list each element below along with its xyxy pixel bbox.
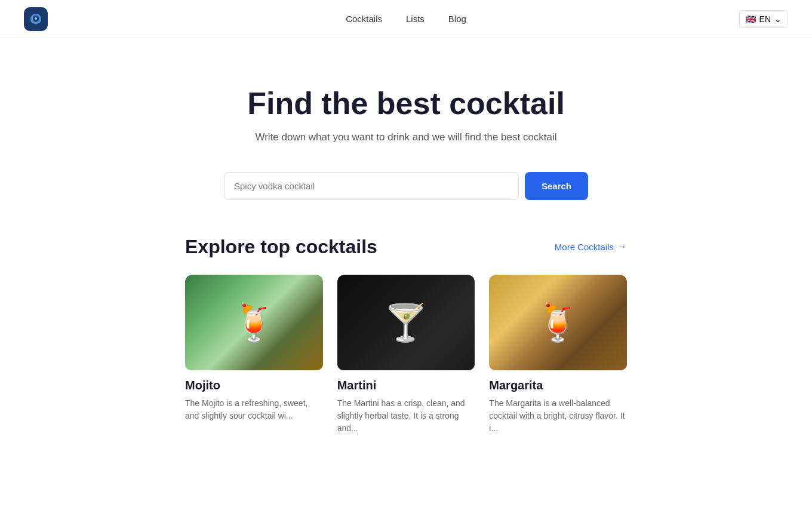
- nav-blog[interactable]: Blog: [448, 14, 466, 24]
- search-input[interactable]: [224, 172, 519, 200]
- card-mojito[interactable]: Mojito The Mojito is a refreshing, sweet…: [185, 275, 323, 435]
- chevron-icon: ⌄: [774, 14, 782, 24]
- nav-links: Cocktails Lists Blog: [346, 14, 466, 24]
- logo[interactable]: [24, 7, 48, 31]
- svg-point-0: [35, 17, 37, 20]
- margarita-description: The Margarita is a well-balanced cocktai…: [489, 397, 627, 435]
- cards-grid: Mojito The Mojito is a refreshing, sweet…: [185, 275, 627, 435]
- more-cocktails-label: More Cocktails: [555, 242, 614, 252]
- nav-cocktails[interactable]: Cocktails: [346, 14, 382, 24]
- mojito-image: [185, 275, 323, 370]
- hero-title: Find the best cocktail: [247, 86, 565, 122]
- nav-lists[interactable]: Lists: [406, 14, 425, 24]
- search-row: Search: [224, 172, 588, 200]
- section-header: Explore top cocktails More Cocktails: [185, 236, 627, 258]
- margarita-name: Margarita: [489, 379, 627, 392]
- lang-label: EN: [759, 14, 771, 24]
- martini-description: The Martini has a crisp, clean, and slig…: [337, 397, 475, 435]
- mojito-name: Mojito: [185, 379, 323, 392]
- card-margarita[interactable]: Margarita The Margarita is a well-balanc…: [489, 275, 627, 435]
- navbar: Cocktails Lists Blog 🇬🇧 EN ⌄: [0, 0, 812, 38]
- martini-name: Martini: [337, 379, 475, 392]
- hero-subtitle: Write down what you want to drink and we…: [255, 131, 556, 143]
- martini-illustration: [337, 275, 475, 370]
- language-selector[interactable]: 🇬🇧 EN ⌄: [739, 10, 788, 28]
- hero-section: Find the best cocktail Write down what y…: [0, 38, 812, 236]
- mojito-description: The Mojito is a refreshing, sweet, and s…: [185, 397, 323, 422]
- margarita-illustration: [489, 275, 627, 370]
- section-title: Explore top cocktails: [185, 236, 377, 258]
- cocktails-section: Explore top cocktails More Cocktails Moj…: [161, 236, 651, 483]
- card-martini[interactable]: Martini The Martini has a crisp, clean, …: [337, 275, 475, 435]
- more-cocktails-link[interactable]: More Cocktails: [555, 241, 627, 252]
- martini-image: [337, 275, 475, 370]
- arrow-right-icon: [617, 241, 627, 252]
- flag-icon: 🇬🇧: [746, 14, 756, 24]
- mojito-illustration: [185, 275, 323, 370]
- logo-icon: [24, 7, 48, 31]
- margarita-image: [489, 275, 627, 370]
- search-button[interactable]: Search: [525, 172, 588, 200]
